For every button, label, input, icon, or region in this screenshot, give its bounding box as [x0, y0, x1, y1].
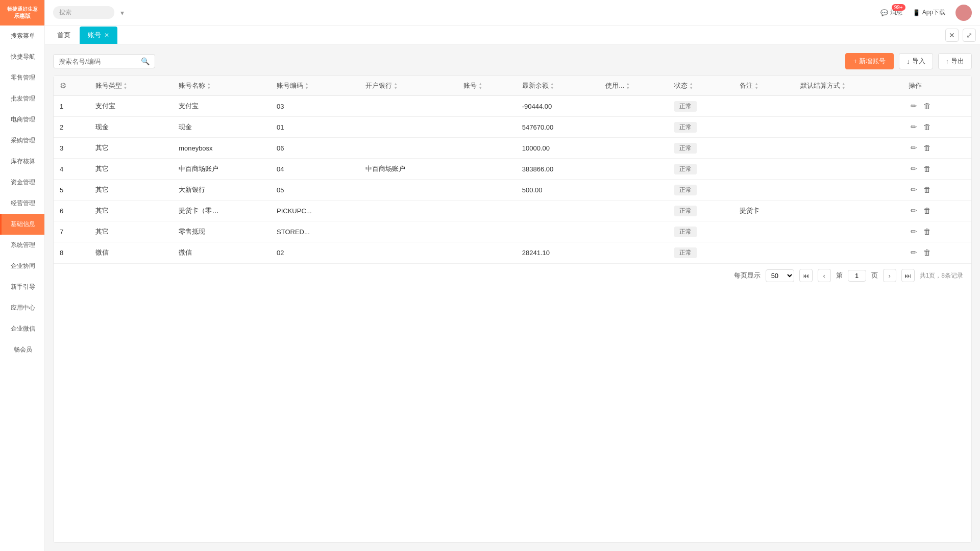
cell-account	[457, 117, 516, 138]
edit-btn[interactable]: ✏	[909, 121, 919, 133]
edit-btn[interactable]: ✏	[909, 142, 919, 154]
sidebar-item-search-menu[interactable]: 搜索菜单	[0, 26, 44, 46]
close-tab-btn[interactable]: ✕	[945, 29, 959, 42]
account-table-container: ⚙ 账号类型▲▼ 账号名称▲▼ 账号编码▲▼ 开户银行▲▼ 账号▲▼ 最新余额▲…	[53, 76, 972, 543]
cell-bank	[359, 96, 457, 117]
edit-btn[interactable]: ✏	[909, 205, 919, 216]
sidebar-item-retail-mgmt[interactable]: 零售管理	[0, 67, 44, 88]
cell-account	[457, 242, 516, 263]
prev-page-btn[interactable]: ‹	[818, 269, 831, 282]
edit-btn[interactable]: ✏	[909, 247, 919, 258]
cell-status: 正常	[668, 221, 733, 242]
sidebar-item-app-center[interactable]: 应用中心	[0, 297, 44, 318]
sidebar-item-wholesale-mgmt[interactable]: 批发管理	[0, 88, 44, 109]
cell-id: 7	[54, 221, 89, 242]
delete-btn[interactable]: 🗑	[921, 226, 933, 237]
cell-bank	[359, 180, 457, 201]
th-default-settlement[interactable]: 默认结算方式▲▼	[794, 76, 902, 96]
cell-name: 支付宝	[173, 96, 271, 117]
delete-btn[interactable]: 🗑	[921, 247, 933, 258]
th-status[interactable]: 状态▲▼	[668, 76, 733, 96]
cell-account	[457, 138, 516, 159]
th-gear[interactable]: ⚙	[54, 76, 89, 96]
sidebar-item-capital-mgmt[interactable]: 资金管理	[0, 172, 44, 193]
top-search-box[interactable]: 搜索	[53, 6, 114, 19]
cell-account	[457, 180, 516, 201]
table-row: 3 其它 moneybosx 06 10000.00 正常 ✏ 🗑	[54, 138, 971, 159]
cell-default-settlement	[794, 201, 902, 221]
sidebar-item-enterprise-agreement[interactable]: 企业协同	[0, 256, 44, 277]
maximize-tab-btn[interactable]: ⤢	[963, 29, 976, 42]
cell-code: 05	[271, 180, 359, 201]
last-page-btn[interactable]: ⏭	[901, 269, 915, 282]
export-label: 导出	[951, 57, 964, 66]
cell-type: 其它	[89, 221, 173, 242]
th-bank[interactable]: 开户银行▲▼	[359, 76, 457, 96]
edit-btn[interactable]: ✏	[909, 226, 919, 237]
sidebar-item-quick-nav[interactable]: 快捷导航	[0, 46, 44, 67]
export-button[interactable]: ↑ 导出	[938, 53, 972, 69]
cell-balance	[516, 201, 600, 221]
delete-btn[interactable]: 🗑	[921, 163, 933, 174]
th-remark[interactable]: 备注▲▼	[733, 76, 794, 96]
delete-btn[interactable]: 🗑	[921, 121, 933, 132]
import-button[interactable]: ↓ 导入	[899, 53, 933, 69]
search-box[interactable]: 🔍	[53, 54, 155, 68]
tab-home[interactable]: 首页	[49, 27, 79, 44]
first-page-btn[interactable]: ⏮	[799, 269, 813, 282]
search-icon: 🔍	[141, 57, 150, 65]
sidebar-item-basic-info[interactable]: 基础信息	[0, 214, 44, 235]
edit-btn[interactable]: ✏	[909, 163, 919, 174]
sidebar-item-purchase-mgmt[interactable]: 采购管理	[0, 130, 44, 151]
th-code[interactable]: 账号编码▲▼	[271, 76, 359, 96]
status-badge: 正常	[674, 206, 697, 216]
app-download-button[interactable]: 📱 App下载	[913, 8, 945, 17]
th-balance[interactable]: 最新余额▲▼	[516, 76, 600, 96]
sidebar-item-inventory[interactable]: 库存核算	[0, 151, 44, 172]
cell-status: 正常	[668, 159, 733, 180]
cell-remark	[733, 117, 794, 138]
status-badge: 正常	[674, 143, 697, 154]
delete-btn[interactable]: 🗑	[921, 205, 933, 216]
cell-bank	[359, 117, 457, 138]
message-button[interactable]: 💬 消息 99+	[880, 8, 902, 17]
th-account[interactable]: 账号▲▼	[457, 76, 516, 96]
edit-btn[interactable]: ✏	[909, 101, 919, 112]
tab-account[interactable]: 账号✕	[80, 27, 117, 44]
delete-btn[interactable]: 🗑	[921, 142, 933, 153]
dropdown-arrow-icon[interactable]: ▾	[120, 9, 124, 17]
sidebar-item-system-mgmt[interactable]: 系统管理	[0, 235, 44, 256]
sidebar-item-enterprise-wechat[interactable]: 企业微信	[0, 318, 44, 339]
page-input[interactable]	[848, 270, 866, 282]
th-usage[interactable]: 使用...▲▼	[599, 76, 668, 96]
page-size-select[interactable]: 50 20 100	[766, 269, 794, 282]
cell-code: PICKUPC...	[271, 201, 359, 221]
pagination-bar: 每页显示 50 20 100 ⏮ ‹ 第 页 › ⏭ 共1页，8条记录	[54, 263, 971, 287]
th-name[interactable]: 账号名称▲▼	[173, 76, 271, 96]
cell-type: 其它	[89, 201, 173, 221]
sidebar-item-ecommerce-mgmt[interactable]: 电商管理	[0, 109, 44, 130]
main-area: 搜索 ▾ 💬 消息 99+ 📱 App下载 首页账号✕ ✕ ⤢	[45, 0, 980, 551]
cell-account	[457, 159, 516, 180]
tab-bar-actions: ✕ ⤢	[945, 29, 976, 42]
edit-btn[interactable]: ✏	[909, 184, 919, 195]
add-account-button[interactable]: + 新增账号	[845, 53, 894, 69]
sidebar-item-member[interactable]: 畅会员	[0, 339, 44, 360]
search-input[interactable]	[59, 58, 141, 65]
cell-action: ✏ 🗑	[902, 159, 971, 180]
user-avatar[interactable]	[955, 5, 972, 21]
cell-id: 3	[54, 138, 89, 159]
cell-default-settlement	[794, 242, 902, 263]
next-page-btn[interactable]: ›	[883, 269, 896, 282]
cell-status: 正常	[668, 180, 733, 201]
delete-btn[interactable]: 🗑	[921, 101, 933, 111]
th-type[interactable]: 账号类型▲▼	[89, 76, 173, 96]
status-badge: 正常	[674, 185, 697, 195]
sidebar-item-new-guide[interactable]: 新手引导	[0, 277, 44, 297]
delete-btn[interactable]: 🗑	[921, 184, 933, 195]
sidebar-item-operations-mgmt[interactable]: 经营管理	[0, 193, 44, 214]
tab-close-account[interactable]: ✕	[104, 32, 109, 39]
table-row: 7 其它 零售抵现 STORED... 正常 ✏ 🗑	[54, 221, 971, 242]
cell-code: 03	[271, 96, 359, 117]
table-row: 8 微信 微信 02 28241.10 正常 ✏ 🗑	[54, 242, 971, 263]
